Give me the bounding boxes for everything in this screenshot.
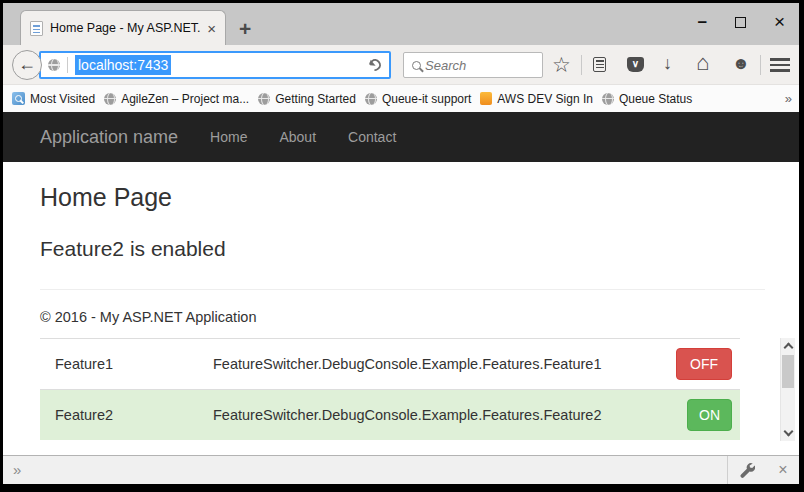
reload-icon[interactable]: [367, 57, 384, 74]
window-controls: – ×: [697, 10, 785, 34]
globe-icon: [258, 93, 270, 105]
title-bar: Home Page - My ASP.NET... × + – ×: [3, 3, 799, 45]
search-icon: [412, 61, 421, 70]
bookmarks-overflow-icon[interactable]: »: [785, 91, 792, 106]
window-close-button[interactable]: ×: [774, 14, 785, 30]
scrollbar-thumb[interactable]: [782, 355, 794, 388]
browser-tab[interactable]: Home Page - My ASP.NET... ×: [20, 10, 226, 45]
downloads-icon[interactable]: ↓: [663, 53, 672, 74]
vertical-scrollbar[interactable]: [780, 338, 795, 441]
toolbar-divider: [581, 55, 582, 75]
bookmarks-menu-icon[interactable]: [593, 57, 606, 72]
devbar-prompt-icon[interactable]: »: [13, 461, 21, 478]
divider: [40, 289, 765, 290]
globe-icon: [365, 93, 377, 105]
globe-icon: [602, 93, 614, 105]
feature-path: FeatureSwitcher.DebugConsole.Example.Fea…: [213, 356, 676, 372]
tab-close-icon[interactable]: ×: [207, 21, 216, 36]
bookmark-agilezen[interactable]: AgileZen – Project ma...: [104, 92, 249, 106]
page-content: Home Page Feature2 is enabled © 2016 - M…: [3, 183, 799, 441]
bookmark-star-icon[interactable]: ☆: [552, 53, 571, 77]
feature-status-text: Feature2 is enabled: [40, 237, 799, 261]
bookmark-queue-status[interactable]: Queue Status: [602, 92, 692, 106]
minimize-button[interactable]: –: [697, 17, 706, 27]
home-icon[interactable]: ⌂: [696, 50, 709, 76]
feature-switcher-panel: Feature1 FeatureSwitcher.DebugConsole.Ex…: [40, 338, 797, 441]
toolbar-divider: [760, 55, 761, 75]
url-divider: [67, 57, 68, 73]
feature-path: FeatureSwitcher.DebugConsole.Example.Fea…: [213, 407, 687, 423]
feature-name: Feature2: [40, 407, 213, 423]
globe-icon: [104, 93, 116, 105]
pocket-icon[interactable]: ∨: [627, 57, 644, 72]
page-favicon-icon: [30, 21, 43, 36]
aws-box-icon: [480, 92, 492, 105]
devbar-actions: ×: [727, 456, 799, 484]
bookmark-queueit-support[interactable]: Queue-it support: [365, 92, 471, 106]
menu-icon[interactable]: [770, 58, 790, 75]
hello-icon[interactable]: ☻: [732, 54, 750, 74]
url-bar[interactable]: localhost:7433: [39, 51, 391, 79]
developer-toolbar: » ×: [3, 455, 799, 484]
search-placeholder: Search: [425, 58, 466, 73]
url-text[interactable]: localhost:7433: [75, 55, 171, 75]
page-viewport: Application name Home About Contact Home…: [3, 112, 799, 455]
site-brand[interactable]: Application name: [40, 127, 178, 148]
scroll-up-icon[interactable]: [783, 343, 793, 353]
wrench-icon[interactable]: [739, 462, 755, 478]
devbar-close-icon[interactable]: ×: [778, 461, 787, 479]
most-visited-folder-icon: [12, 92, 25, 105]
navigation-toolbar: ← localhost:7433 Search ☆ ∨ ↓ ⌂ ☻: [3, 45, 799, 85]
site-identity-icon[interactable]: [48, 59, 60, 71]
bookmark-getting-started[interactable]: Getting Started: [258, 92, 356, 106]
feature-row-feature2: Feature2 FeatureSwitcher.DebugConsole.Ex…: [40, 389, 740, 440]
page-title: Home Page: [40, 183, 799, 212]
footer-copyright: © 2016 - My ASP.NET Application: [40, 309, 799, 325]
new-tab-button[interactable]: +: [239, 19, 251, 39]
bookmark-most-visited[interactable]: Most Visited: [12, 92, 95, 106]
browser-window: Home Page - My ASP.NET... × + – × ← loca…: [3, 3, 799, 484]
scroll-down-icon[interactable]: [783, 427, 793, 437]
site-navbar: Application name Home About Contact: [3, 112, 799, 162]
feature1-toggle-button[interactable]: OFF: [676, 348, 732, 380]
tab-title: Home Page - My ASP.NET...: [50, 21, 201, 35]
bookmarks-toolbar: Most Visited AgileZen – Project ma... Ge…: [3, 85, 799, 112]
nav-link-contact[interactable]: Contact: [332, 129, 412, 145]
feature2-toggle-button[interactable]: ON: [687, 399, 732, 431]
maximize-button[interactable]: [735, 17, 746, 28]
feature-name: Feature1: [40, 356, 213, 372]
bookmark-aws-signin[interactable]: AWS DEV Sign In: [480, 92, 593, 106]
feature-row-feature1: Feature1 FeatureSwitcher.DebugConsole.Ex…: [40, 338, 740, 389]
back-button[interactable]: ←: [12, 50, 42, 80]
nav-link-home[interactable]: Home: [194, 129, 263, 145]
search-input[interactable]: Search: [403, 52, 543, 78]
nav-link-about[interactable]: About: [263, 129, 332, 145]
